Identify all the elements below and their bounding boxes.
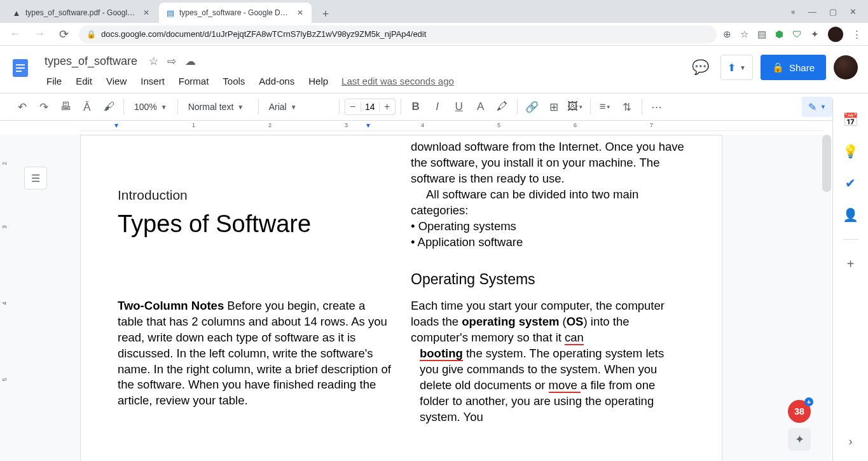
incognito-icon: ●: [790, 7, 796, 17]
os-heading: Operating Systems: [411, 270, 685, 289]
outline-toggle-button[interactable]: ☰: [24, 167, 47, 189]
maximize-button[interactable]: ▢: [829, 7, 837, 17]
zoom-icon[interactable]: ⊕: [723, 29, 731, 40]
menu-file[interactable]: File: [41, 73, 67, 89]
minimize-button[interactable]: —: [808, 7, 816, 17]
star-icon[interactable]: ☆: [149, 55, 158, 68]
menu-addons[interactable]: Add-ons: [253, 73, 300, 89]
svg-rect-2: [16, 67, 25, 69]
right-categories-para: All software can be divided into two mai…: [411, 187, 685, 219]
present-button[interactable]: ⬆ ▼: [720, 55, 753, 80]
menu-tools[interactable]: Tools: [217, 73, 251, 89]
browser-tab-docs[interactable]: ▤ types_of_software - Google Docs ✕: [159, 3, 312, 23]
calendar-icon[interactable]: 📅: [843, 112, 858, 127]
extension-icons: ⊕ ☆ ▤ ⬢ 🛡 ✦ ⋮: [723, 27, 862, 42]
close-icon[interactable]: ✕: [295, 8, 305, 18]
underline-button[interactable]: U: [450, 97, 469, 116]
line-spacing-button[interactable]: ⇅: [617, 97, 637, 116]
docs-header: types_of_software ☆ ⇨ ☁ File Edit View I…: [0, 46, 868, 90]
link-button[interactable]: 🔗: [523, 97, 542, 116]
account-avatar[interactable]: [834, 55, 858, 79]
ext-beta-icon[interactable]: ⬢: [775, 29, 783, 40]
last-edit-link[interactable]: Last edit was seconds ago: [341, 76, 454, 86]
menu-view[interactable]: View: [100, 73, 132, 89]
browser-tab-strip: ▲ types_of_software.pdf - Google Drive ✕…: [0, 0, 868, 23]
vertical-ruler[interactable]: 2345: [0, 135, 13, 461]
browser-tab-drive[interactable]: ▲ types_of_software.pdf - Google Drive ✕: [5, 3, 158, 23]
shield-icon[interactable]: 🛡: [792, 29, 802, 39]
extensions-icon[interactable]: ✦: [811, 29, 819, 40]
menu-format[interactable]: Format: [173, 73, 215, 89]
close-icon[interactable]: ✕: [141, 8, 151, 18]
bold-button[interactable]: B: [406, 97, 425, 116]
close-window-button[interactable]: ✕: [850, 7, 857, 17]
reader-icon[interactable]: ▤: [757, 29, 766, 40]
text-color-button[interactable]: A: [471, 97, 490, 116]
indent-marker[interactable]: ▾: [366, 121, 370, 130]
docs-logo[interactable]: [8, 51, 33, 85]
increase-font-button[interactable]: +: [380, 101, 395, 113]
add-addon-button[interactable]: +: [843, 256, 858, 272]
undo-button[interactable]: ↶: [13, 97, 32, 116]
font-size-value[interactable]: 14: [361, 102, 380, 112]
drive-icon: ▲: [11, 8, 22, 18]
side-panel: 📅 💡 ✔ 👤 + ›: [832, 99, 868, 461]
highlight-button[interactable]: 🖍: [493, 97, 512, 116]
new-tab-button[interactable]: +: [317, 5, 334, 23]
window-controls: ● — ▢ ✕: [779, 0, 868, 23]
paint-format-button[interactable]: 🖌: [99, 97, 118, 116]
menu-help[interactable]: Help: [303, 73, 334, 89]
vertical-scrollbar[interactable]: [822, 135, 831, 192]
chevron-down-icon: ▼: [820, 104, 826, 110]
cloud-status-icon[interactable]: ☁: [185, 55, 196, 68]
image-button[interactable]: 🖼▼: [566, 97, 585, 116]
share-label: Share: [789, 62, 815, 73]
os-para-2: booting the system. The operating system…: [411, 346, 685, 425]
font-dropdown[interactable]: Arial▼: [264, 97, 334, 116]
os-para: Each time you start your computer, the c…: [411, 298, 685, 346]
toolbar: ↶ ↷ 🖶 Ǎ 🖌 100%▼ Normal text▼ Arial▼ − 14…: [0, 93, 868, 121]
right-column: download software from the Internet. Onc…: [411, 135, 685, 425]
indent-marker[interactable]: ▾: [114, 121, 118, 130]
chrome-menu-button[interactable]: ⋮: [852, 29, 862, 40]
styles-dropdown[interactable]: Normal text▼: [183, 97, 253, 116]
lock-icon: 🔒: [86, 30, 96, 39]
notification-badge[interactable]: 38: [788, 400, 811, 423]
left-column: Introduction Types of Software Two-Colum…: [118, 135, 392, 425]
tab-title: types_of_software - Google Docs: [179, 8, 291, 17]
bookmark-icon[interactable]: ☆: [740, 29, 748, 40]
spellcheck-button[interactable]: Ǎ: [78, 97, 97, 116]
address-bar: ← → ⟳ 🔒 docs.google.com/document/d/1uJrP…: [0, 23, 868, 46]
document-page[interactable]: Introduction Types of Software Two-Colum…: [80, 135, 722, 461]
forward-button[interactable]: →: [31, 25, 48, 43]
share-button[interactable]: 🔒 Share: [761, 55, 826, 80]
horizontal-ruler[interactable]: ▾ 1 2 3 ▾ 4 5 6 7: [80, 121, 822, 131]
contacts-icon[interactable]: 👤: [843, 207, 858, 223]
comment-button[interactable]: ⊞: [544, 97, 563, 116]
back-button[interactable]: ←: [6, 25, 24, 43]
menu-edit[interactable]: Edit: [70, 73, 98, 89]
url-text: docs.google.com/document/d/1uJrPejqtZFA8…: [101, 29, 426, 39]
align-button[interactable]: ≡▼: [596, 97, 615, 116]
print-button[interactable]: 🖶: [56, 97, 75, 116]
more-button[interactable]: ⋯: [647, 97, 666, 116]
profile-avatar[interactable]: [828, 27, 843, 42]
redo-button[interactable]: ↷: [34, 97, 53, 116]
explore-button[interactable]: ✦: [788, 428, 811, 451]
keep-icon[interactable]: 💡: [843, 144, 858, 159]
page-title: Types of Software: [118, 208, 392, 240]
reload-button[interactable]: ⟳: [55, 25, 72, 43]
menu-insert[interactable]: Insert: [135, 73, 170, 89]
editing-mode-button[interactable]: ✎ ▼: [802, 97, 832, 117]
decrease-font-button[interactable]: −: [345, 101, 361, 113]
document-title[interactable]: types_of_software: [41, 53, 141, 69]
comments-button[interactable]: 💬: [687, 55, 713, 80]
tasks-icon[interactable]: ✔: [843, 175, 858, 191]
collapse-side-panel-button[interactable]: ›: [849, 435, 853, 448]
svg-rect-1: [16, 64, 25, 65]
zoom-dropdown[interactable]: 100%▼: [129, 97, 172, 116]
move-icon[interactable]: ⇨: [167, 55, 176, 68]
italic-button[interactable]: I: [428, 97, 447, 116]
chevron-down-icon: ▼: [740, 64, 746, 71]
url-field[interactable]: 🔒 docs.google.com/document/d/1uJrPejqtZF…: [79, 25, 717, 43]
